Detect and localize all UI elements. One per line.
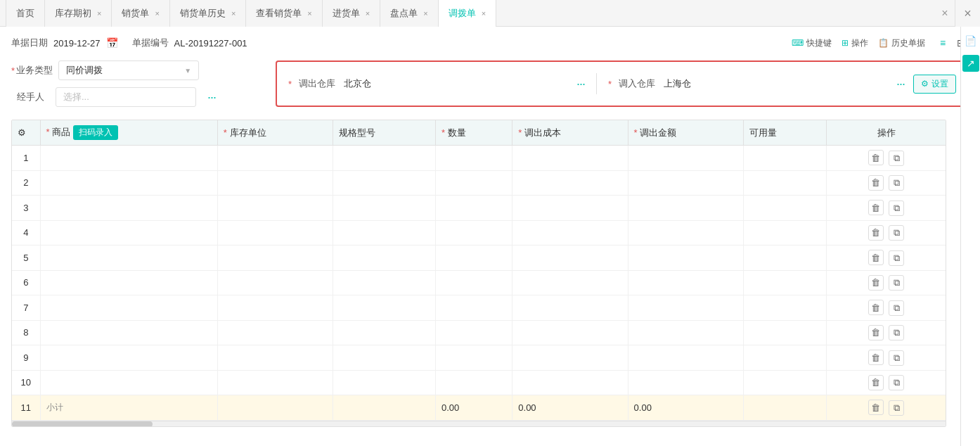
copy-icon[interactable]: ⧉: [889, 151, 904, 166]
available-cell-8[interactable]: [743, 320, 826, 345]
product-cell-4[interactable]: [40, 220, 217, 246]
tab-home[interactable]: 首页: [6, 0, 45, 27]
qty-cell-9[interactable]: [436, 345, 512, 371]
cost-cell-2[interactable]: [512, 170, 628, 196]
delete-icon[interactable]: 🗑: [868, 225, 884, 241]
copy-icon[interactable]: ⧉: [889, 350, 904, 366]
delete-icon[interactable]: 🗑: [868, 175, 884, 191]
spec-cell-6[interactable]: [333, 270, 436, 295]
tab-view-sales[interactable]: 查看销货单 ×: [246, 0, 322, 27]
available-cell-1[interactable]: [743, 146, 826, 171]
qty-cell-5[interactable]: [436, 246, 512, 271]
tab-sales-order[interactable]: 销货单 ×: [112, 0, 169, 27]
spec-cell-4[interactable]: [333, 220, 436, 246]
product-cell-5[interactable]: [40, 246, 217, 271]
delete-icon[interactable]: 🗑: [868, 400, 884, 415]
copy-icon[interactable]: ⧉: [889, 225, 904, 241]
window-close-button[interactable]: ×: [955, 0, 980, 27]
spec-cell-5[interactable]: [333, 246, 436, 271]
amount-cell-5[interactable]: [628, 246, 743, 271]
delete-icon[interactable]: 🗑: [868, 150, 884, 165]
copy-icon[interactable]: ⧉: [889, 325, 904, 340]
tab-close-transfer[interactable]: ×: [482, 9, 486, 18]
tab-purchase[interactable]: 进货单 ×: [323, 0, 380, 27]
available-cell-9[interactable]: [743, 345, 826, 371]
qty-cell-1[interactable]: [436, 146, 512, 171]
unit-cell-3[interactable]: [217, 196, 333, 221]
layout-list-btn[interactable]: ≡: [935, 35, 950, 51]
spec-cell-10[interactable]: [333, 370, 436, 395]
available-cell-10[interactable]: [743, 370, 826, 395]
tab-close-sales-history[interactable]: ×: [231, 9, 236, 18]
amount-cell-3[interactable]: [628, 196, 743, 221]
tab-close-inventory-init[interactable]: ×: [97, 9, 101, 18]
tab-sales-history[interactable]: 销货单历史 ×: [170, 0, 246, 27]
copy-icon[interactable]: ⧉: [889, 200, 904, 216]
product-cell-10[interactable]: [40, 370, 217, 395]
spec-cell-8[interactable]: [333, 320, 436, 345]
amount-cell-8[interactable]: [628, 320, 743, 345]
amount-cell-2[interactable]: [628, 170, 743, 196]
product-cell-1[interactable]: [40, 146, 217, 171]
amount-cell-9[interactable]: [628, 345, 743, 371]
copy-icon[interactable]: ⧉: [889, 250, 904, 266]
unit-cell-9[interactable]: [217, 345, 333, 371]
ops-link[interactable]: ⊞ 操作: [842, 37, 868, 49]
available-cell-4[interactable]: [743, 220, 826, 246]
tab-stocktake[interactable]: 盘点单 ×: [380, 0, 438, 27]
copy-icon[interactable]: ⧉: [889, 275, 904, 291]
transfer-out-more-icon[interactable]: ···: [576, 77, 585, 91]
unit-cell-2[interactable]: [217, 170, 333, 196]
delete-icon[interactable]: 🗑: [868, 375, 884, 390]
cost-cell-3[interactable]: [512, 196, 628, 221]
scrollbar-track[interactable]: [12, 421, 946, 426]
delete-icon[interactable]: 🗑: [868, 275, 884, 291]
unit-cell-7[interactable]: [217, 295, 333, 321]
qty-cell-10[interactable]: [436, 370, 512, 395]
delete-icon[interactable]: 🗑: [868, 325, 884, 340]
transfer-in-more-icon[interactable]: ···: [896, 77, 905, 91]
product-cell-6[interactable]: [40, 270, 217, 295]
tab-close-sales-order[interactable]: ×: [155, 9, 159, 18]
unit-cell-10[interactable]: [217, 370, 333, 395]
amount-cell-1[interactable]: [628, 146, 743, 171]
amount-cell-7[interactable]: [628, 295, 743, 321]
available-cell-3[interactable]: [743, 196, 826, 221]
copy-icon[interactable]: ⧉: [889, 375, 904, 390]
handler-select[interactable]: 选择...: [56, 87, 196, 107]
close-all-button[interactable]: ×: [935, 4, 955, 23]
unit-cell-1[interactable]: [217, 146, 333, 171]
tab-inventory-init[interactable]: 库存期初 ×: [45, 0, 112, 27]
tab-transfer[interactable]: 调拨单 ×: [439, 0, 496, 27]
qty-cell-8[interactable]: [436, 320, 512, 345]
tab-close-stocktake[interactable]: ×: [423, 9, 427, 18]
amount-cell-10[interactable]: [628, 370, 743, 395]
available-cell-5[interactable]: [743, 246, 826, 271]
handler-more-icon[interactable]: ···: [207, 90, 216, 105]
history-link[interactable]: 📋 历史单据: [878, 37, 925, 49]
unit-cell-6[interactable]: [217, 270, 333, 295]
cost-cell-7[interactable]: [512, 295, 628, 321]
delete-icon[interactable]: 🗑: [868, 250, 884, 265]
copy-icon[interactable]: ⧉: [889, 300, 904, 316]
cost-cell-5[interactable]: [512, 246, 628, 271]
product-cell-2[interactable]: [40, 170, 217, 196]
business-type-select[interactable]: 同价调拨 ▼: [58, 60, 199, 80]
cost-cell-10[interactable]: [512, 370, 628, 395]
settings-button[interactable]: ⚙ 设置: [913, 75, 956, 94]
product-cell-9[interactable]: [40, 345, 217, 371]
product-cell-3[interactable]: [40, 196, 217, 221]
qty-cell-4[interactable]: [436, 220, 512, 246]
cost-cell-6[interactable]: [512, 270, 628, 295]
qty-cell-7[interactable]: [436, 295, 512, 321]
amount-cell-4[interactable]: [628, 220, 743, 246]
cost-cell-9[interactable]: [512, 345, 628, 371]
spec-cell-9[interactable]: [333, 345, 436, 371]
product-cell-8[interactable]: [40, 320, 217, 345]
unit-cell-5[interactable]: [217, 246, 333, 271]
qty-cell-6[interactable]: [436, 270, 512, 295]
cost-cell-4[interactable]: [512, 220, 628, 246]
cost-cell-8[interactable]: [512, 320, 628, 345]
delete-icon[interactable]: 🗑: [868, 350, 884, 365]
qty-cell-2[interactable]: [436, 170, 512, 196]
